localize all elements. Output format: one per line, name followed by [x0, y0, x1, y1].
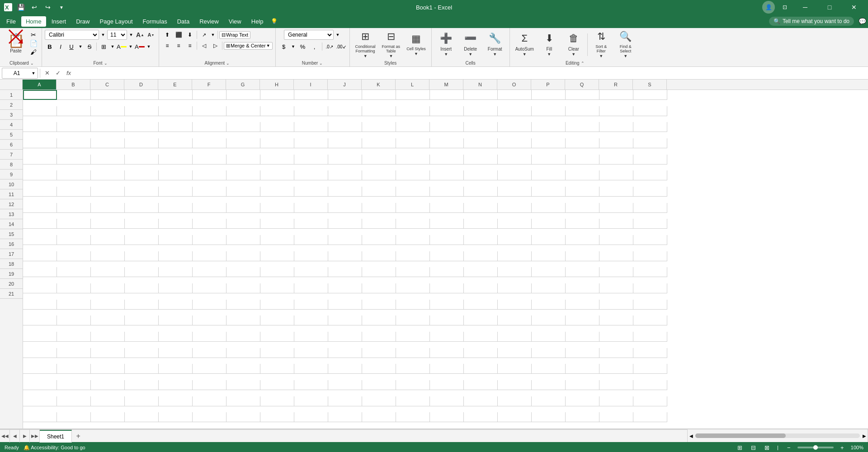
- cell-L15[interactable]: [396, 315, 430, 325]
- cell-P19[interactable]: [532, 380, 566, 390]
- menu-insert[interactable]: Insert: [47, 16, 71, 27]
- cell-D18[interactable]: [125, 364, 159, 374]
- autosum-dropdown-arrow[interactable]: ▼: [521, 52, 528, 57]
- cell-S13[interactable]: [633, 283, 667, 293]
- cell-L8[interactable]: [396, 203, 430, 213]
- cell-E6[interactable]: [159, 170, 193, 180]
- col-header-L[interactable]: L: [396, 80, 429, 89]
- copy-button[interactable]: 📄: [28, 39, 39, 47]
- cell-O21[interactable]: [498, 412, 532, 422]
- cell-I20[interactable]: [294, 396, 328, 406]
- cell-A12[interactable]: [23, 267, 57, 277]
- cell-O3[interactable]: [498, 122, 532, 132]
- cell-N16[interactable]: [464, 332, 498, 342]
- col-header-F[interactable]: F: [192, 80, 226, 89]
- cell-J19[interactable]: [328, 380, 362, 390]
- cell-N6[interactable]: [464, 170, 498, 180]
- font-color-dropdown-arrow[interactable]: ▼: [146, 42, 152, 52]
- accounting-dropdown-arrow[interactable]: ▼: [290, 42, 297, 52]
- cell-I7[interactable]: [294, 187, 328, 197]
- cell-O4[interactable]: [498, 138, 532, 148]
- cell-C6[interactable]: [91, 170, 125, 180]
- cell-Q21[interactable]: [566, 412, 599, 422]
- cell-C15[interactable]: [91, 315, 125, 325]
- cell-I16[interactable]: [294, 332, 328, 342]
- row-header-16[interactable]: 16: [0, 239, 23, 249]
- menu-draw[interactable]: Draw: [71, 16, 94, 27]
- row-header-18[interactable]: 18: [0, 259, 23, 269]
- sheet-nav-last-button[interactable]: ▶▶: [30, 430, 40, 443]
- align-top-button[interactable]: ⬆: [162, 30, 173, 40]
- cell-D11[interactable]: [125, 251, 159, 261]
- cell-A14[interactable]: [23, 300, 57, 310]
- cell-H15[interactable]: [260, 315, 294, 325]
- cell-Q11[interactable]: [566, 251, 599, 261]
- cell-G20[interactable]: [226, 396, 260, 406]
- cell-R14[interactable]: [599, 300, 633, 310]
- cell-C9[interactable]: [91, 219, 125, 229]
- cell-L6[interactable]: [396, 170, 430, 180]
- autosum-button[interactable]: Σ AutoSum ▼: [513, 32, 537, 58]
- cell-J17[interactable]: [328, 348, 362, 358]
- cell-F5[interactable]: [193, 155, 226, 165]
- row-header-1[interactable]: 1: [0, 90, 23, 100]
- minimize-button[interactable]: ─: [795, 0, 816, 14]
- cell-M16[interactable]: [430, 332, 464, 342]
- increase-indent-button[interactable]: ▷: [210, 41, 221, 51]
- cell-H5[interactable]: [260, 155, 294, 165]
- cell-J15[interactable]: [328, 315, 362, 325]
- cell-E8[interactable]: [159, 203, 193, 213]
- sort-filter-button[interactable]: ⇅ Sort &Filter ▼: [590, 32, 613, 58]
- cell-N20[interactable]: [464, 396, 498, 406]
- fill-dropdown-arrow[interactable]: ▼: [546, 52, 552, 57]
- cell-S20[interactable]: [633, 396, 667, 406]
- cell-H6[interactable]: [260, 170, 294, 180]
- cell-D6[interactable]: [125, 170, 159, 180]
- cell-H11[interactable]: [260, 251, 294, 261]
- cell-L1[interactable]: [396, 90, 430, 100]
- cell-M10[interactable]: [430, 235, 464, 245]
- undo-button[interactable]: ↩: [29, 2, 40, 12]
- cell-M5[interactable]: [430, 155, 464, 165]
- cell-F4[interactable]: [193, 138, 226, 148]
- cell-E3[interactable]: [159, 122, 193, 132]
- cell-C20[interactable]: [91, 396, 125, 406]
- cell-B21[interactable]: [57, 412, 91, 422]
- cell-H8[interactable]: [260, 203, 294, 213]
- cell-K19[interactable]: [362, 380, 396, 390]
- cell-L17[interactable]: [396, 348, 430, 358]
- merge-center-dropdown-arrow[interactable]: ▼: [266, 43, 270, 48]
- borders-dropdown-arrow[interactable]: ▼: [109, 42, 116, 52]
- col-header-P[interactable]: P: [531, 80, 565, 89]
- row-header-7[interactable]: 7: [0, 150, 23, 160]
- clipboard-expand-icon[interactable]: ⌄: [30, 61, 34, 66]
- cell-N21[interactable]: [464, 412, 498, 422]
- sheet-nav-prev-button[interactable]: ◀: [10, 430, 20, 443]
- cell-H2[interactable]: [260, 106, 294, 116]
- cell-S18[interactable]: [633, 364, 667, 374]
- col-header-C[interactable]: C: [90, 80, 124, 89]
- cell-E2[interactable]: [159, 106, 193, 116]
- cell-N3[interactable]: [464, 122, 498, 132]
- cell-Q3[interactable]: [566, 122, 599, 132]
- cell-K18[interactable]: [362, 364, 396, 374]
- cell-B8[interactable]: [57, 203, 91, 213]
- cell-G17[interactable]: [226, 348, 260, 358]
- row-header-19[interactable]: 19: [0, 269, 23, 279]
- cell-Q14[interactable]: [566, 300, 599, 310]
- row-header-20[interactable]: 20: [0, 279, 23, 289]
- col-header-H[interactable]: H: [260, 80, 294, 89]
- cell-A21[interactable]: [23, 412, 57, 422]
- number-expand-icon[interactable]: ⌄: [319, 61, 323, 66]
- user-avatar[interactable]: 👤: [762, 1, 775, 14]
- h-scrollbar-thumb[interactable]: [695, 433, 786, 438]
- cell-S5[interactable]: [633, 155, 667, 165]
- col-header-G[interactable]: G: [226, 80, 260, 89]
- cell-D17[interactable]: [125, 348, 159, 358]
- cell-H3[interactable]: [260, 122, 294, 132]
- cell-O20[interactable]: [498, 396, 532, 406]
- cell-K21[interactable]: [362, 412, 396, 422]
- cell-B17[interactable]: [57, 348, 91, 358]
- cell-S8[interactable]: [633, 203, 667, 213]
- number-format-dropdown-arrow[interactable]: ▼: [335, 30, 341, 40]
